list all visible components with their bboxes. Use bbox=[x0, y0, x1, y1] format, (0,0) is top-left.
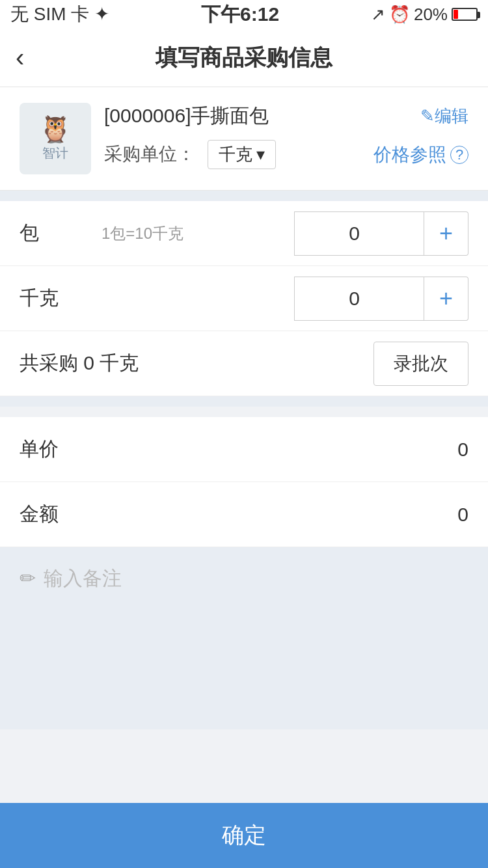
location-icon: ↗ bbox=[371, 5, 385, 25]
input-section: 包 1包=10千克 + 千克 + 共采购 0 千克 录批次 bbox=[0, 201, 488, 396]
section-divider-2 bbox=[0, 396, 488, 407]
unit-price-label: 单价 bbox=[20, 436, 59, 463]
unit-label: 采购单位： bbox=[104, 144, 195, 164]
status-left: 无 SIM 卡 ✦ bbox=[10, 2, 109, 27]
status-bar: 无 SIM 卡 ✦ 下午6:12 ↗ ⏰ 20% bbox=[0, 0, 488, 29]
unit-select[interactable]: 千克 ▾ bbox=[208, 140, 276, 169]
bottom-spacer bbox=[0, 729, 488, 794]
bag-input[interactable] bbox=[294, 211, 424, 256]
section-divider-1 bbox=[0, 191, 488, 201]
battery-icon bbox=[452, 8, 478, 21]
unit-price-value: 0 bbox=[457, 439, 468, 461]
bag-label: 包 bbox=[20, 220, 98, 247]
product-edit-button[interactable]: ✎编辑 bbox=[420, 105, 468, 128]
summary-row: 共采购 0 千克 录批次 bbox=[0, 331, 488, 396]
note-placeholder: 输入备注 bbox=[44, 565, 122, 592]
price-ref-button[interactable]: 价格参照 ? bbox=[373, 142, 468, 167]
unit-price-row: 单价 0 bbox=[0, 417, 488, 482]
back-button[interactable]: ‹ bbox=[16, 43, 24, 72]
nav-bar: ‹ 填写商品采购信息 bbox=[0, 29, 488, 87]
product-name: [0000006]手撕面包 bbox=[104, 103, 269, 129]
kg-input[interactable] bbox=[294, 277, 424, 321]
bag-sublabel: 1包=10千克 bbox=[102, 223, 183, 244]
unit-dropdown-arrow: ▾ bbox=[256, 144, 265, 165]
product-thumbnail: 🦉 智计 bbox=[20, 103, 91, 174]
unit-selector-group: 采购单位： 千克 ▾ bbox=[104, 140, 276, 169]
price-section: 单价 0 金额 0 bbox=[0, 417, 488, 547]
product-info: [0000006]手撕面包 ✎编辑 采购单位： 千克 ▾ 价格参照 ? bbox=[104, 103, 468, 169]
status-right: ↗ ⏰ 20% bbox=[371, 5, 478, 25]
kg-input-group: + bbox=[294, 277, 468, 321]
confirm-button[interactable]: 确定 bbox=[0, 803, 488, 868]
note-section[interactable]: ✏ 输入备注 bbox=[0, 547, 488, 729]
price-ref-label: 价格参照 bbox=[373, 142, 446, 167]
confirm-button-label: 确定 bbox=[222, 821, 266, 850]
kg-plus-button[interactable]: + bbox=[424, 277, 468, 321]
kg-label: 千克 bbox=[20, 285, 98, 312]
price-ref-help-icon: ? bbox=[450, 146, 468, 164]
battery-percent: 20% bbox=[414, 5, 448, 25]
unit-value: 千克 bbox=[219, 143, 252, 166]
product-unit-row: 采购单位： 千克 ▾ 价格参照 ? bbox=[104, 140, 468, 169]
product-header: [0000006]手撕面包 ✎编辑 bbox=[104, 103, 468, 129]
amount-value: 0 bbox=[457, 504, 468, 526]
amount-label: 金额 bbox=[20, 501, 59, 528]
bag-input-group: + bbox=[294, 211, 468, 256]
bag-input-row: 包 1包=10千克 + bbox=[0, 201, 488, 266]
amount-row: 金额 0 bbox=[0, 482, 488, 547]
note-icon: ✏ bbox=[20, 567, 36, 590]
page-title: 填写商品采购信息 bbox=[156, 43, 332, 73]
product-card: 🦉 智计 [0000006]手撕面包 ✎编辑 采购单位： 千克 ▾ 价格参照 ? bbox=[0, 87, 488, 191]
status-time: 下午6:12 bbox=[201, 1, 279, 28]
product-thumb-label: 智计 bbox=[42, 144, 68, 162]
product-thumb-icon: 🦉 bbox=[39, 116, 72, 142]
summary-text: 共采购 0 千克 bbox=[20, 350, 139, 377]
kg-input-row: 千克 + bbox=[0, 266, 488, 331]
alarm-icon: ⏰ bbox=[389, 5, 410, 25]
sim-label: 无 SIM 卡 ✦ bbox=[10, 2, 109, 27]
record-batch-button[interactable]: 录批次 bbox=[373, 342, 468, 386]
bag-plus-button[interactable]: + bbox=[424, 211, 468, 256]
